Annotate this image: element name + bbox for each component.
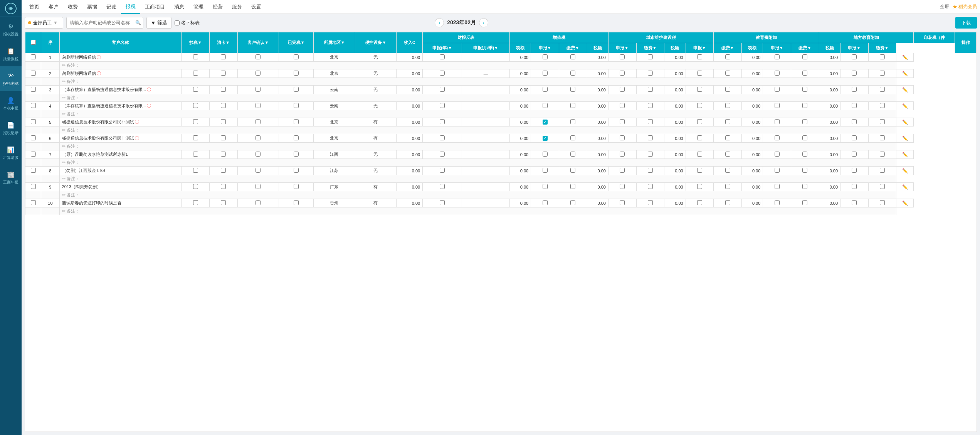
edit-icon[interactable]: ✏️ [902,201,908,206]
row-yh-shenbao[interactable] [840,53,869,62]
row-zj-shenbao[interactable] [531,86,559,94]
row-caiwu-year[interactable] [423,167,462,175]
sidebar-item-gongshangnianbaos[interactable]: 🏢 工商年报 [0,165,22,190]
row-cs-shenbao[interactable] [608,86,636,94]
row-checkbox[interactable] [570,152,575,157]
row-jy-jiaofei[interactable] [714,134,742,143]
row-df-jiaofei[interactable] [791,69,819,78]
row-jy-jiaofei[interactable] [714,86,742,94]
row-checkbox[interactable] [725,152,730,157]
row-checkbox[interactable] [440,103,445,108]
row-cs-jiaofei[interactable] [636,167,664,175]
row-checkbox[interactable] [775,87,780,92]
row-chaoshui[interactable] [182,134,210,143]
row-yh-jiaofei[interactable] [868,183,896,191]
row-checkbox[interactable] [725,135,730,140]
row-checkbox[interactable] [880,103,885,108]
row-checkbox[interactable] [440,71,445,76]
row-qingka[interactable] [209,150,237,159]
row-checkbox[interactable] [440,54,445,59]
row-checkbox[interactable] [294,184,299,189]
nav-tax[interactable]: 报税 [121,0,140,14]
row-checkbox[interactable] [31,200,36,205]
row-select-cell[interactable] [25,102,41,110]
row-wancheng[interactable] [279,167,314,175]
row-checkbox[interactable] [725,168,730,173]
row-checkbox[interactable] [440,135,445,140]
row-df-shenbao[interactable] [763,199,791,207]
sidebar-item-baoshuishezhi[interactable]: ⚙ 报税设置 [0,17,22,42]
row-df-jiaofei[interactable] [791,53,819,62]
row-checkbox[interactable] [570,168,575,173]
row-chaoshui[interactable] [182,86,210,94]
row-checkbox[interactable] [543,184,548,189]
row-checkbox[interactable] [880,152,885,157]
row-cs-jiaofei[interactable] [636,134,664,143]
row-caiwu-year[interactable] [423,69,462,78]
row-jy-shenbao[interactable] [686,183,714,191]
row-wancheng[interactable] [279,69,314,78]
row-checkbox[interactable] [775,200,780,205]
row-confirm[interactable] [237,183,279,191]
row-checkbox[interactable] [802,135,807,140]
row-cs-shenbao[interactable] [608,183,636,191]
row-confirm[interactable] [237,86,279,94]
fullscreen-btn[interactable]: 全屏 [940,3,949,10]
row-confirm[interactable] [237,69,279,78]
row-jy-shenbao[interactable] [686,102,714,110]
row-chaoshui[interactable] [182,69,210,78]
row-action[interactable]: ✏️ [896,53,913,62]
row-yh-shenbao[interactable] [840,118,869,126]
search-icon[interactable]: 🔍 [135,20,141,25]
row-jy-shenbao[interactable] [686,69,714,78]
nav-economy[interactable]: 经营 [208,0,227,14]
edit-icon[interactable]: ✏️ [902,120,908,125]
row-checkbox[interactable] [570,184,575,189]
row-wancheng[interactable] [279,102,314,110]
row-checkbox[interactable] [31,135,36,140]
row-checkbox[interactable] [697,152,702,157]
row-checkbox[interactable] [193,87,198,92]
row-wancheng[interactable] [279,150,314,159]
row-jy-jiaofei[interactable] [714,183,742,191]
row-zj-jiaofei[interactable] [559,183,587,191]
row-action[interactable]: ✏️ [896,183,913,191]
row-checkbox[interactable] [31,54,36,59]
row-confirm[interactable] [237,53,279,62]
row-cs-shenbao[interactable] [608,53,636,62]
row-wancheng[interactable] [279,199,314,207]
row-qingka[interactable] [209,118,237,126]
row-qingka[interactable] [209,167,237,175]
edit-icon[interactable]: ✏️ [902,136,908,141]
row-checkbox[interactable] [570,54,575,59]
row-checkbox[interactable] [880,87,885,92]
row-jy-jiaofei[interactable] [714,118,742,126]
row-checkbox[interactable] [543,71,548,76]
row-cs-shenbao[interactable] [608,134,636,143]
row-checkbox[interactable] [193,119,198,124]
row-df-shenbao[interactable] [763,118,791,126]
row-zj-jiaofei[interactable] [559,150,587,159]
sidebar-item-huisuan[interactable]: 📊 汇算清缴 [0,140,22,165]
row-checkbox[interactable] [648,54,653,59]
row-checkbox[interactable] [648,119,653,124]
row-yh-jiaofei[interactable] [868,118,896,126]
row-checkbox[interactable] [802,119,807,124]
row-checkbox[interactable] [802,200,807,205]
row-checkbox[interactable] [543,168,548,173]
row-checkbox[interactable] [802,103,807,108]
row-checkbox[interactable] [880,54,885,59]
row-cs-jiaofei[interactable] [636,53,664,62]
row-cs-shenbao[interactable] [608,102,636,110]
row-select-cell[interactable] [25,150,41,159]
row-zj-shenbao[interactable] [531,199,559,207]
row-checkbox[interactable] [725,103,730,108]
row-df-shenbao[interactable] [763,167,791,175]
nav-accounting[interactable]: 记账 [102,0,121,14]
sidebar-item-piliangshuishui[interactable]: 📋 批量报税 [0,42,22,66]
name-tag-checkbox[interactable] [175,20,180,25]
row-yh-shenbao[interactable] [840,150,869,159]
row-checkbox[interactable] [294,152,299,157]
row-checkbox[interactable] [570,135,575,140]
row-zj-jiaofei[interactable] [559,102,587,110]
